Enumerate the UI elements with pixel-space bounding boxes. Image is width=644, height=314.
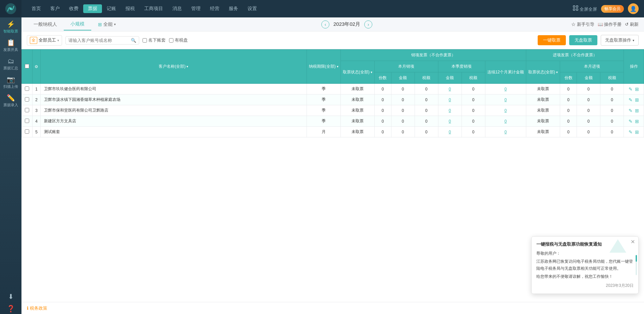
edit-icon[interactable]: ✎: [629, 108, 633, 113]
prev-period-button[interactable]: ‹: [321, 20, 329, 28]
next-period-button[interactable]: ›: [364, 20, 372, 28]
nav-tax[interactable]: 报税: [121, 4, 140, 13]
detail-icon[interactable]: ⊞: [635, 108, 639, 113]
newbie-guide-btn[interactable]: ☆ 新手引导: [571, 21, 594, 27]
sales-fetch-filter-icon[interactable]: ▾: [371, 70, 372, 74]
row-sales-m-tax: 0: [415, 84, 438, 95]
row-sales-fetch: 未取票: [340, 105, 374, 116]
row-purchase-m-amount: 0: [577, 84, 600, 95]
purchase-fetch-filter-icon[interactable]: ▾: [556, 70, 558, 74]
row-purchase-m-tax: 0: [600, 116, 624, 127]
row-check[interactable]: [22, 127, 33, 137]
user-avatar[interactable]: 👤: [628, 3, 639, 14]
star-icon: ☆: [571, 22, 576, 27]
tab-all[interactable]: ⊞ 全能 ▾: [91, 19, 122, 31]
row-purchase-fetch: 未取票: [526, 84, 560, 95]
fullscreen-btn[interactable]: 全屏全屏: [573, 5, 597, 12]
th-cumulative: 连续12个月累计金额: [485, 61, 526, 84]
sidebar-item-issue-invoice[interactable]: 📋 发票开具: [0, 36, 21, 54]
row-sales-fetch: 未取票: [340, 116, 374, 127]
sidebar-item-scan-upload[interactable]: 📷 扫描上传: [0, 73, 21, 91]
row-purchase-m-tax: 0: [600, 95, 624, 105]
vip-button[interactable]: 畅享会员: [601, 5, 624, 13]
tab-small-scale[interactable]: 小规模: [64, 18, 91, 30]
notification-close-button[interactable]: ✕: [631, 239, 635, 245]
nav-commerce[interactable]: 工商项目: [140, 4, 168, 13]
sidebar-item-smart-fetch[interactable]: ⚡ 智能取票: [0, 17, 21, 36]
select-all-checkbox[interactable]: [25, 64, 29, 68]
row-check[interactable]: [22, 84, 33, 95]
topnav: 首页 客户 收费 票据 记账 报税 工商项目 消息 管理 经营 服务 设置 全屏…: [21, 0, 644, 17]
row-sales-q-amount: 0: [438, 105, 462, 116]
row-period: 季: [307, 95, 340, 105]
th-action: 操作: [624, 50, 644, 84]
sidebar-item-invoice-entry[interactable]: ✏️ 票据录入: [0, 91, 21, 110]
nav-invoice[interactable]: 票据: [83, 4, 102, 13]
notification-apology: 给您带来的不便敬请谅解，祝您工作愉快！: [536, 273, 634, 280]
toolbar: 全 全部员工 ▾ 🔍 名下账套 有税盘 一键取票 无盘取票 无盘取票操作 ▾: [21, 32, 644, 49]
nav-bookkeeping[interactable]: 记账: [102, 4, 121, 13]
table-row: 4 新建区方方文具店 季 未取票 0 0 0 0 0 0 未取票 0 0 0 ✎…: [22, 116, 644, 127]
sidebar-item-invoice-summary[interactable]: 🗂 票据汇总: [0, 54, 21, 73]
row-check[interactable]: [22, 95, 33, 105]
my-accounts-checkbox[interactable]: 名下账套: [143, 37, 166, 43]
detail-icon[interactable]: ⊞: [635, 97, 639, 103]
tab-general-taxpayer[interactable]: 一般纳税人: [27, 19, 64, 31]
one-click-fetch-button[interactable]: 一键取票: [538, 35, 566, 45]
employee-filter[interactable]: 全 全部员工 ▾: [27, 35, 62, 46]
has-tax-disk-checkbox[interactable]: 有税盘: [169, 37, 188, 43]
row-sales-m-tax: 0: [415, 127, 438, 137]
nav-client[interactable]: 客户: [46, 4, 64, 13]
filter-icon[interactable]: ▾: [186, 65, 188, 68]
nav-management[interactable]: 管理: [186, 4, 205, 13]
nav-operation[interactable]: 经营: [205, 4, 224, 13]
nav-billing[interactable]: 收费: [64, 4, 83, 13]
settings-icon[interactable]: ⚙: [35, 64, 38, 69]
diskless-fetch-ops-button[interactable]: 无盘取票操作 ▾: [601, 35, 639, 46]
detail-icon[interactable]: ⊞: [635, 86, 639, 92]
row-period: 季: [307, 84, 340, 95]
row-sales-q-tax: 0: [462, 84, 485, 95]
manual-btn[interactable]: 📖 操作手册: [598, 21, 622, 27]
refresh-btn[interactable]: ↺ 刷新: [625, 21, 639, 27]
row-check[interactable]: [22, 105, 33, 116]
period-display: 2023年02月: [333, 21, 360, 27]
row-sales-cumulative: 0: [485, 127, 526, 137]
row-index: 2: [33, 95, 41, 105]
period-filter-icon[interactable]: ▾: [337, 65, 338, 68]
nav-message[interactable]: 消息: [168, 4, 186, 13]
sidebar-item-download[interactable]: ⬇: [0, 290, 21, 302]
th-sales-m-tax: 税额: [415, 72, 438, 84]
row-sales-m-count: 0: [374, 116, 391, 127]
search-input[interactable]: [68, 38, 129, 43]
sidebar-item-help[interactable]: ❓: [0, 302, 21, 314]
row-sales-fetch: 未取票: [340, 84, 374, 95]
row-sales-m-tax: 0: [415, 105, 438, 116]
row-client-name: 卫辉市保和堂医药有限公司卫辉路店: [41, 105, 307, 116]
edit-icon[interactable]: ✎: [629, 97, 633, 103]
svg-rect-3: [576, 6, 578, 7]
th-sales-quarterly: 本季度销项: [438, 61, 485, 72]
row-purchase-m-amount: 0: [577, 127, 600, 137]
row-actions: ✎ ⊞: [624, 84, 644, 95]
scan-icon: 📷: [7, 76, 15, 83]
nav-settings[interactable]: 设置: [243, 4, 262, 13]
row-purchase-fetch: 未取票: [526, 105, 560, 116]
row-check[interactable]: [22, 116, 33, 127]
filter-text: 全部员工: [39, 37, 56, 43]
detail-icon[interactable]: ⊞: [635, 129, 639, 135]
edit-icon[interactable]: ✎: [629, 86, 633, 92]
tax-policy-link[interactable]: ℹ 税务政策: [27, 305, 47, 311]
row-actions: ✎ ⊞: [624, 105, 644, 116]
logo[interactable]: [0, 0, 21, 17]
search-icon[interactable]: 🔍: [131, 38, 136, 43]
edit-icon[interactable]: ✎: [629, 129, 633, 135]
bottom-bar: ℹ 税务政策: [21, 302, 644, 314]
row-purchase-m-count: 0: [560, 127, 577, 137]
detail-icon[interactable]: ⊞: [635, 119, 639, 124]
diskless-fetch-button[interactable]: 无盘取票: [569, 35, 597, 45]
row-sales-cumulative: 0: [485, 84, 526, 95]
nav-home[interactable]: 首页: [27, 4, 46, 13]
nav-service[interactable]: 服务: [224, 4, 243, 13]
edit-icon[interactable]: ✎: [629, 119, 633, 124]
